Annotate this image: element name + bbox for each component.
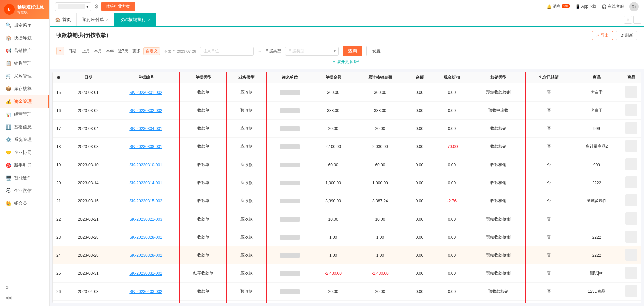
table-row[interactable]: 18 2023-03-08 SK-20230308-001 收款单 应收款 2,… [53,138,641,156]
table-row[interactable]: 25 2023-03-31 SK-20230331-002 红字收款单 应收款 … [53,264,641,283]
doc-no-link[interactable]: SK-20230304-001 [129,126,162,131]
last-month-btn[interactable]: 上月 [80,48,91,55]
tab-receipt-verify[interactable]: 收款核销执行 ✕ [114,13,156,26]
sidebar-item-guide[interactable]: 🎯新手引导 [0,159,49,172]
tab-home[interactable]: 🏠 首页 [50,13,77,26]
filter-expand-btn[interactable]: » [56,47,64,55]
doc-no-link[interactable]: SK-20230308-001 [129,144,162,149]
this-month-btn[interactable]: 本月 [93,48,103,55]
sidebar-item-sales[interactable]: 📋销售管理 [0,57,49,70]
tab-expand-btn[interactable]: ⛶ [633,16,641,24]
content-header: 收款核销执行(按收款) ↗ 导出 ↺ 刷新 [50,27,644,43]
table-row[interactable]: 16 2023-03-02 SK-20230302-002 收款单 预收款 33… [53,102,641,120]
col-settings[interactable]: ⚙ [53,72,65,83]
doc-no-link[interactable]: SK-20230315-002 [129,199,162,203]
table-row[interactable]: 23 2023-03-28 SK-20230328-001 收款单 应收款 1.… [53,228,641,246]
filter-area: » 日期 上月 本月 本年 近7天 更多 自定义 不限 至 2023-07-26… [50,43,644,69]
table-row[interactable]: 24 2023-03-28 SK-20230328-002 收款单 应收款 1.… [53,246,641,264]
cell-doc-no[interactable]: SK-20230403-002 [112,283,180,301]
sidebar-item-enterprise[interactable]: 🤝企业协同 [0,146,49,159]
col-date: 日期 [65,72,112,83]
tab-close-all-btn[interactable]: ✕ [624,16,632,24]
cell-doc-no[interactable]: SK-20230308-001 [112,138,180,156]
table-row[interactable]: 15 2023-03-01 SK-20230301-002 收款单 应收款 36… [53,83,641,102]
tab-close-pre-payable[interactable]: ✕ [106,18,109,22]
cell-doc-no[interactable]: SK-20230310-001 [112,156,180,174]
hardware-icon: 🖥️ [5,175,11,181]
cell-doc-no[interactable]: SK-20230302-002 [112,102,180,120]
messages-btn[interactable]: 🔔 消息 99+ [547,4,570,9]
table-row[interactable]: 17 2023-03-04 SK-20230304-001 收款单 应收款 20… [53,120,641,138]
doc-no-link[interactable]: SK-20230301-002 [129,90,162,95]
sidebar-item-operation[interactable]: 📊经营管理 [0,108,49,121]
filter-settings-btn[interactable]: 设置 [366,46,386,56]
sidebar-item-purchase[interactable]: 🛒采购管理 [0,70,49,82]
table-row[interactable]: 20 2023-03-14 SK-20230314-001 收款单 应收款 1,… [53,174,641,192]
expand-more-conditions[interactable]: ∨ 展开更多条件 [56,58,637,66]
refresh-btn[interactable]: ↺ 刷新 [616,31,637,40]
more-dates-btn[interactable]: 更多 [131,48,142,55]
cell-doc-no[interactable]: SK-20230408-001 [112,301,180,304]
cell-doc-no[interactable]: SK-20230301-002 [112,83,180,102]
table-row[interactable]: 19 2023-03-10 SK-20230310-001 收款单 应收款 60… [53,156,641,174]
page-content: 收款核销执行(按收款) ↗ 导出 ↺ 刷新 » 日期 上月 本月 [50,27,644,306]
sidebar-item-basic[interactable]: ℹ️基础信息 [0,121,49,133]
sidebar-item-quicknav[interactable]: 🏠快捷导航 [0,32,49,44]
app-download-btn[interactable]: 📱 App下载 [575,4,596,9]
user-avatar[interactable]: Rit [629,2,639,11]
this-year-btn[interactable]: 本年 [105,48,115,55]
export-btn[interactable]: ↗ 导出 [592,31,613,40]
unit-filter-input[interactable]: 往来单位 [200,47,254,56]
last-7-days-btn[interactable]: 近7天 [117,48,130,55]
doc-no-link[interactable]: SK-20230328-002 [129,253,162,258]
cell-doc-no[interactable]: SK-20230315-002 [112,192,180,210]
cell-balance: 0.00 [407,192,432,210]
table-row[interactable]: 27 2023-04-08 SK-20230408-001 收款单 应收款 10… [53,301,641,304]
sidebar-item-marketing[interactable]: 📢营销推广 [0,44,49,57]
cell-doc-no[interactable]: SK-20230328-001 [112,228,180,246]
table-row[interactable]: 26 2023-04-03 SK-20230403-002 收款单 预收款 20… [53,283,641,301]
sidebar-settings[interactable]: ⚙ [0,283,49,293]
table-row[interactable]: 22 2023-03-21 SK-20230321-003 收款单 应收款 10… [53,210,641,228]
workspace-select[interactable]: ▾ [55,2,91,11]
cell-doc-type: 收款单 [180,138,226,156]
tab-pre-payable[interactable]: 预付应付单 ✕ [77,13,114,26]
custom-date-btn[interactable]: 自定义 [143,47,160,55]
query-btn[interactable]: 查询 [343,46,362,56]
sidebar-item-search[interactable]: 🔍搜索菜单 [0,19,49,32]
doc-no-link[interactable]: SK-20230321-003 [129,217,162,222]
tab-close-receipt-verify[interactable]: ✕ [148,18,151,22]
cell-doc-no[interactable]: SK-20230321-003 [112,210,180,228]
industry-solution-btn[interactable]: 体验行业方案 [101,2,135,11]
doc-type-select[interactable]: 单据类型 ▾ [285,47,339,56]
cell-doc-no[interactable]: SK-20230314-001 [112,174,180,192]
data-table-container[interactable]: ⚙ 日期 单据编号 单据类型 业务类型 往来单位 单据金额 累计核销金额 余额 … [52,72,641,303]
sidebar-collapse[interactable]: ◀◀ [0,293,49,303]
doc-no-link[interactable]: SK-20230314-001 [129,181,162,185]
sidebar-item-member[interactable]: 👑畅会员 [0,197,49,210]
cell-date: 2023-04-08 [65,301,112,304]
doc-no-link[interactable]: SK-20230331-002 [129,271,162,276]
blurred-value [280,253,300,258]
cell-unit [266,83,313,102]
cell-doc-no[interactable]: SK-20230328-002 [112,246,180,264]
sidebar-item-finance[interactable]: 💰资金管理 [0,95,49,108]
cell-doc-no[interactable]: SK-20230304-001 [112,120,180,138]
enterprise-icon: 🤝 [5,150,11,155]
tabbar: 🏠 首页 预付应付单 ✕ 收款核销执行 ✕ ✕ ⛶ [50,13,644,27]
doc-no-link[interactable]: SK-20230328-001 [129,235,162,240]
online-service-btn[interactable]: 🎧 在线客服 [602,4,624,9]
cell-product2 [622,264,641,283]
sidebar-item-wechat[interactable]: 💬企业微信 [0,184,49,197]
cell-included: 否 [525,301,572,304]
doc-no-link[interactable]: SK-20230403-002 [129,289,162,294]
sidebar-item-inventory[interactable]: 📦库存核算 [0,82,49,95]
table-row[interactable]: 21 2023-03-15 SK-20230315-002 收款单 应收款 3,… [53,192,641,210]
sidebar-item-system[interactable]: ⚙️系统管理 [0,133,49,146]
cell-doc-no[interactable]: SK-20230331-002 [112,264,180,283]
doc-no-link[interactable]: SK-20230302-002 [129,108,162,113]
filter-dots[interactable]: ··· [258,49,261,53]
doc-no-link[interactable]: SK-20230310-001 [129,163,162,167]
sidebar-item-hardware[interactable]: 🖥️智能硬件 [0,172,49,184]
gear-icon[interactable]: ⚙ [94,3,99,10]
